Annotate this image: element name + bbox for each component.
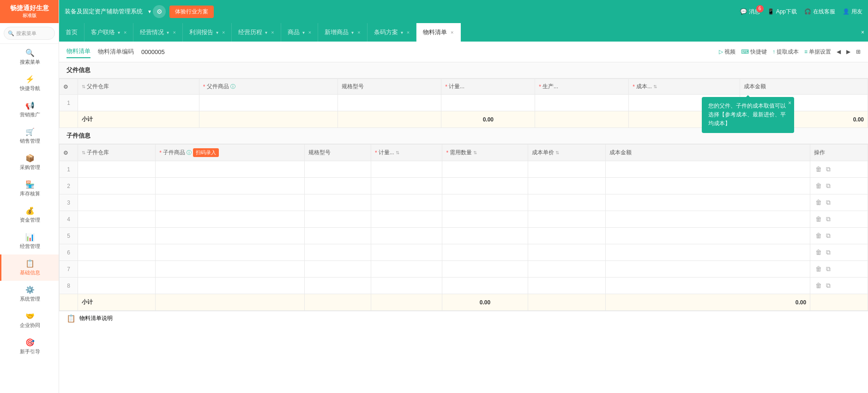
parent-row-unit[interactable] (441, 95, 535, 111)
extract-cost-button[interactable]: ↑ 提取成本 (772, 48, 799, 56)
copy-row-button[interactable]: ⧉ (825, 199, 832, 206)
delete-row-button[interactable]: 🗑 (814, 182, 823, 189)
child-row-cost-amount[interactable] (606, 161, 810, 178)
child-row-qty[interactable] (442, 211, 528, 228)
child-row-unit[interactable] (371, 278, 442, 294)
child-row-warehouse[interactable] (78, 278, 156, 294)
sidebar-item-marketing[interactable]: 📢营销推广 (0, 97, 59, 123)
child-row-unit-cost[interactable] (528, 194, 605, 211)
delete-row-button[interactable]: 🗑 (814, 282, 823, 289)
tab-history[interactable]: 经营历程 ▾ × (232, 23, 281, 42)
child-row-unit[interactable] (371, 178, 442, 194)
child-row-cost-amount[interactable] (606, 244, 810, 261)
tab-business[interactable]: 经营情况 ▾ × (133, 23, 182, 42)
child-row-qty[interactable] (442, 278, 528, 294)
tab-goods[interactable]: 商品 ▾ × (281, 23, 318, 42)
child-row-cost-amount[interactable] (606, 261, 810, 278)
close-icon[interactable]: × (451, 30, 453, 35)
close-all-tabs-icon[interactable]: × (857, 29, 868, 36)
sidebar-item-finance[interactable]: 💰资金管理 (0, 202, 59, 228)
child-row-unit[interactable] (371, 194, 442, 211)
child-row-spec[interactable] (305, 278, 371, 294)
child-row-product[interactable] (156, 261, 305, 278)
delete-row-button[interactable]: 🗑 (814, 248, 823, 256)
sidebar-item-enterprise[interactable]: 🤝企业协同 (0, 307, 59, 333)
child-row-spec[interactable] (305, 211, 371, 228)
close-icon[interactable]: × (308, 30, 311, 35)
parent-row-warehouse[interactable] (78, 95, 199, 111)
child-row-qty[interactable] (442, 178, 528, 194)
tab-customer[interactable]: 客户联络 ▾ × (84, 23, 133, 42)
child-row-warehouse[interactable] (78, 161, 156, 178)
close-icon[interactable]: × (271, 30, 274, 35)
child-row-unit[interactable] (371, 228, 442, 244)
child-row-warehouse[interactable] (78, 211, 156, 228)
settings-icon-btn[interactable]: ⚙ (153, 5, 166, 18)
child-row-unit[interactable] (371, 261, 442, 278)
child-row-spec[interactable] (305, 194, 371, 211)
child-row-warehouse[interactable] (78, 228, 156, 244)
child-row-cost-amount[interactable] (606, 178, 810, 194)
close-icon[interactable]: × (173, 30, 175, 35)
child-row-cost-amount[interactable] (606, 278, 810, 294)
child-row-warehouse[interactable] (78, 261, 156, 278)
child-row-spec[interactable] (305, 178, 371, 194)
expand-icon[interactable]: ⊞ (856, 48, 861, 55)
child-row-unit-cost[interactable] (528, 228, 605, 244)
child-row-warehouse[interactable] (78, 194, 156, 211)
tab-new-goods[interactable]: 新增商品 ▾ × (318, 23, 367, 42)
copy-row-button[interactable]: ⧉ (825, 248, 832, 256)
child-row-spec[interactable] (305, 244, 371, 261)
copy-row-button[interactable]: ⧉ (825, 282, 832, 290)
child-col-settings[interactable]: ⚙ (60, 145, 78, 161)
child-row-unit-cost[interactable] (528, 211, 605, 228)
close-icon[interactable]: × (124, 30, 127, 35)
copy-row-button[interactable]: ⧉ (825, 265, 832, 273)
close-icon[interactable]: × (222, 30, 225, 35)
sidebar-item-search[interactable]: 🔍搜索菜单 (0, 44, 59, 70)
copy-row-button[interactable]: ⧉ (825, 232, 832, 240)
child-row-qty[interactable] (442, 261, 528, 278)
single-settings-button[interactable]: ≡ 单据设置 (804, 48, 831, 56)
child-row-unit[interactable] (371, 211, 442, 228)
tab-bom[interactable]: 物料清单 × (416, 23, 460, 42)
delete-row-button[interactable]: 🗑 (814, 165, 823, 173)
child-row-qty[interactable] (442, 161, 528, 178)
child-row-product[interactable] (156, 194, 305, 211)
child-row-qty[interactable] (442, 228, 528, 244)
child-row-unit-cost[interactable] (528, 278, 605, 294)
close-icon[interactable]: × (357, 30, 360, 35)
child-row-product[interactable] (156, 161, 305, 178)
nav-left-arrow[interactable]: ◀ (837, 48, 841, 55)
online-service-button[interactable]: 🎧 在线客服 (804, 8, 835, 16)
child-row-product[interactable] (156, 244, 305, 261)
child-row-unit-cost[interactable] (528, 178, 605, 194)
copy-row-button[interactable]: ⧉ (825, 165, 832, 173)
scan-input-button[interactable]: 扫码录入 (193, 148, 219, 157)
child-row-unit-cost[interactable] (528, 244, 605, 261)
delete-row-button[interactable]: 🗑 (814, 215, 823, 223)
parent-row-product[interactable] (199, 95, 338, 111)
tab-barcode[interactable]: 条码方案 ▾ × (368, 23, 416, 42)
child-row-unit[interactable] (371, 161, 442, 178)
child-row-qty[interactable] (442, 244, 528, 261)
child-row-warehouse[interactable] (78, 178, 156, 194)
message-button[interactable]: 💬 消息 6 (740, 8, 760, 16)
search-menu-button[interactable]: 🔍 搜索菜单 (4, 27, 55, 40)
app-download-button[interactable]: 📱 App下载 (767, 8, 797, 16)
tab-home[interactable]: 首页 (59, 23, 84, 42)
delete-row-button[interactable]: 🗑 (814, 199, 823, 206)
child-row-spec[interactable] (305, 161, 371, 178)
child-row-product[interactable] (156, 178, 305, 194)
child-row-unit-cost[interactable] (528, 261, 605, 278)
user-button[interactable]: 👤 用友 (843, 8, 862, 16)
copy-row-button[interactable]: ⧉ (825, 215, 832, 223)
child-row-unit[interactable] (371, 244, 442, 261)
child-row-product[interactable] (156, 228, 305, 244)
sidebar-item-purchase[interactable]: 📦采购管理 (0, 149, 59, 175)
child-row-cost-amount[interactable] (606, 211, 810, 228)
trial-industry-button[interactable]: 体验行业方案 (169, 6, 214, 18)
parent-row-produce[interactable] (535, 95, 629, 111)
nav-right-arrow[interactable]: ▶ (846, 48, 850, 55)
sidebar-item-system[interactable]: ⚙️系统管理 (0, 281, 59, 307)
